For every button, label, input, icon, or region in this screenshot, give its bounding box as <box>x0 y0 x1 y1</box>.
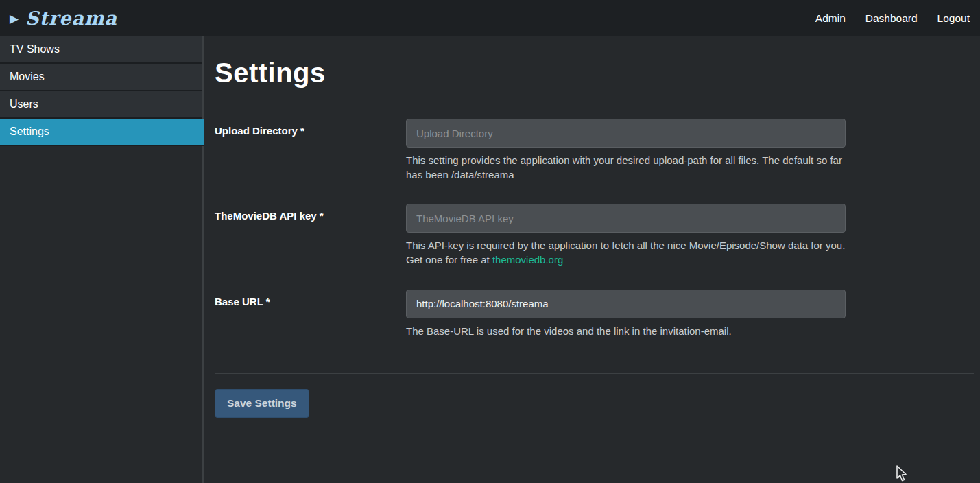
settings-form: Upload Directory * This setting provides… <box>215 119 974 338</box>
base-url-label: Base URL * <box>215 290 406 339</box>
base-url-help: The Base-URL is used for the videos and … <box>406 325 846 339</box>
tmdb-api-key-help: This API-key is required by the applicat… <box>406 239 846 267</box>
form-group-tmdb-api-key: TheMovieDB API key * This API-key is req… <box>215 204 974 267</box>
form-divider <box>215 373 974 374</box>
sidebar-item-users[interactable]: Users <box>0 91 202 119</box>
page-title: Settings <box>215 58 974 89</box>
brand-name: Streama <box>25 8 117 29</box>
sidebar-item-label: Settings <box>10 126 49 138</box>
themoviedb-link[interactable]: themoviedb.org <box>492 254 563 266</box>
tmdb-api-key-input[interactable] <box>406 204 846 233</box>
top-navbar: ▶ Streama Admin Dashboard Logout <box>0 0 980 36</box>
sidebar-item-label: Movies <box>10 71 45 83</box>
sidebar-item-movies[interactable]: Movies <box>0 64 202 91</box>
base-url-input[interactable] <box>406 290 846 318</box>
navbar-links: Admin Dashboard Logout <box>815 12 970 25</box>
nav-link-dashboard[interactable]: Dashboard <box>865 12 918 25</box>
brand-logo[interactable]: ▶ Streama <box>10 8 117 29</box>
app-window: ▶ Streama Admin Dashboard Logout TV Show… <box>0 0 980 483</box>
form-group-upload-directory: Upload Directory * This setting provides… <box>215 119 974 182</box>
upload-directory-input[interactable] <box>406 119 846 148</box>
upload-directory-label: Upload Directory * <box>215 119 406 182</box>
sidebar-item-settings[interactable]: Settings <box>0 119 204 146</box>
nav-link-logout[interactable]: Logout <box>937 12 970 25</box>
save-settings-button[interactable]: Save Settings <box>215 389 309 418</box>
sidebar: TV Shows Movies Users Settings <box>0 36 204 483</box>
upload-directory-help: This setting provides the application wi… <box>406 154 846 182</box>
title-divider <box>215 102 974 102</box>
sidebar-item-tv-shows[interactable]: TV Shows <box>0 36 202 64</box>
sidebar-item-label: TV Shows <box>10 43 60 56</box>
form-group-base-url: Base URL * The Base-URL is used for the … <box>215 290 974 339</box>
play-icon: ▶ <box>10 13 19 25</box>
main-content: Settings Upload Directory * This setting… <box>205 36 980 483</box>
sidebar-item-label: Users <box>10 98 38 110</box>
nav-link-admin[interactable]: Admin <box>815 12 846 25</box>
tmdb-api-key-label: TheMovieDB API key * <box>215 204 406 267</box>
tmdb-help-text: This API-key is required by the applicat… <box>406 239 845 266</box>
